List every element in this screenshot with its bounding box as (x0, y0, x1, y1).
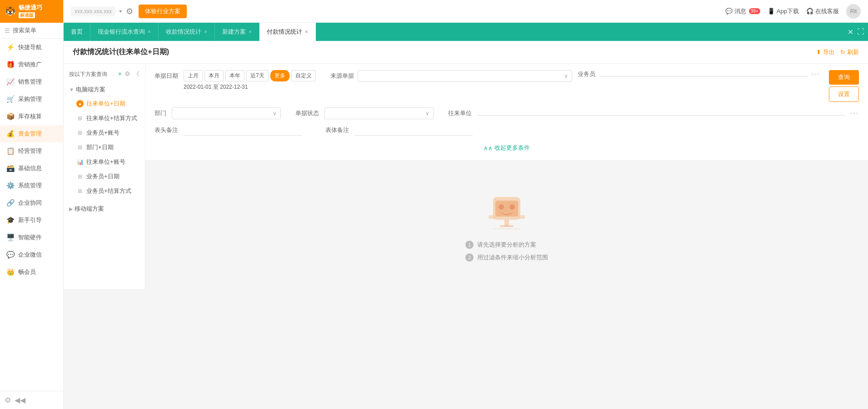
user-avatar[interactable]: Rit (846, 4, 861, 19)
receipt-tab[interactable]: 收款情况统计 × (159, 23, 215, 41)
home-tab[interactable]: 首页 (64, 23, 90, 41)
partner-filter-label: 往来单位 (448, 109, 472, 117)
sidebar-item-marketing[interactable]: 🎁 营销推广 (0, 56, 63, 73)
maximize-icon[interactable]: ⛶ (857, 28, 864, 36)
tip-text-2: 用过滤条件来缩小分析范围 (477, 253, 548, 262)
home-tab-label: 首页 (71, 28, 83, 36)
query-button[interactable]: 查询 (829, 70, 859, 85)
source-filter-label: 来源单据 (330, 72, 354, 80)
dept-select[interactable]: ∨ (172, 107, 281, 119)
source-select[interactable]: ∨ (358, 70, 573, 82)
scheme-item-salesperson-settlement[interactable]: ⊞ 业务员+结算方式 (64, 184, 145, 198)
header-note-input[interactable] (184, 125, 302, 135)
svg-point-2 (499, 204, 504, 210)
member-label: 畅会员 (18, 268, 36, 276)
page-content: 付款情况统计(往来单位+日期) ⬆ 导出 ↻ 刷新 按以下方案查询 + (64, 41, 868, 409)
partner-input-area (477, 111, 845, 116)
wechat-label: 企业微信 (18, 251, 42, 259)
scheme-panel-title: 按以下方案查询 (69, 71, 107, 78)
scheme-item-dept-date[interactable]: ⊞ 部门+日期 (64, 140, 145, 155)
voucher-status-select[interactable]: ∨ (324, 107, 434, 119)
new-plan-tab-close[interactable]: × (249, 29, 252, 35)
salesperson-input-area[interactable] (599, 72, 807, 76)
sidebar-item-business[interactable]: 📋 经营管理 (0, 142, 63, 160)
sidebar-item-guide[interactable]: 🎓 新手引导 (0, 212, 63, 229)
system-icon: ⚙️ (6, 182, 15, 190)
filter-settings-button[interactable]: 设置 (829, 86, 859, 102)
app-download-button[interactable]: 📱 App下载 (768, 7, 799, 15)
date-range-display: 2022-01-01 至 2022-12-31 (184, 83, 316, 91)
refresh-button[interactable]: ↻ 刷新 (840, 48, 859, 56)
date-buttons: 上月 本月 本年 近7天 更多 自定义 (184, 70, 316, 81)
scheme-group-mobile: ▶ 移动端方案 (64, 200, 145, 217)
notifications-button[interactable]: 💬 消息 99+ (725, 7, 760, 15)
cash-bank-tab-close[interactable]: × (148, 29, 151, 35)
payment-stats-tab-close[interactable]: × (305, 29, 308, 35)
body-note-input-area (354, 125, 473, 136)
date-btn-custom[interactable]: 自定义 (291, 70, 316, 81)
system-label: 系统管理 (18, 182, 42, 190)
inventory-label: 库存核算 (18, 112, 42, 121)
sidebar-item-system[interactable]: ⚙️ 系统管理 (0, 177, 63, 194)
date-btn-last-month[interactable]: 上月 (184, 70, 203, 81)
partner-dots-btn[interactable]: ··· (850, 109, 859, 117)
sidebar: 🐯 畅捷通巧 标准版 ☰ 搜索菜单 ⚡ 快捷导航 🎁 营销推广 📈 销售管理 🛒… (0, 0, 64, 409)
sidebar-item-quick-nav[interactable]: ⚡ 快捷导航 (0, 39, 63, 56)
sidebar-item-finance[interactable]: 💰 资金管理 (0, 125, 63, 142)
inventory-icon: 📦 (6, 112, 15, 121)
date-btn-this-year[interactable]: 本年 (225, 70, 244, 81)
receipt-tab-label: 收款情况统计 (166, 28, 201, 36)
scheme-collapse-icon[interactable]: 《 (133, 70, 140, 78)
collapse-sidebar-icon[interactable]: ◀◀ (15, 396, 25, 404)
date-btn-7days[interactable]: 近7天 (246, 70, 269, 81)
sales-label: 销售管理 (18, 78, 42, 86)
add-scheme-icon[interactable]: + (118, 70, 122, 78)
enterprise-icon: 🔗 (6, 199, 15, 207)
scheme-item-salesperson-account-label: 业务员+账号 (86, 129, 120, 137)
payment-stats-tab-label: 付款情况统计 (267, 28, 302, 36)
scheme-item-partner-account[interactable]: 📊 往来单位+账号 (64, 155, 145, 169)
scheme-item-partner-date[interactable]: ● 往来单位+日期 (64, 96, 145, 111)
salesperson-dots-btn[interactable]: ··· (811, 70, 820, 78)
date-btn-this-month[interactable]: 本月 (205, 70, 224, 81)
sidebar-item-sales[interactable]: 📈 销售管理 (0, 73, 63, 91)
payment-stats-tab[interactable]: 付款情况统计 × (259, 23, 316, 41)
hardware-icon: 🖥️ (6, 233, 15, 242)
tip-text-1: 请先选择要分析的方案 (477, 241, 536, 249)
receipt-tab-close[interactable]: × (204, 29, 207, 35)
collapse-conditions-button[interactable]: ∧∧ 收起更多条件 (155, 139, 859, 157)
sidebar-search-area[interactable]: ☰ 搜索菜单 (0, 23, 63, 39)
scheme-item-partner-settlement[interactable]: ⊞ 往来单位+结算方式 (64, 111, 145, 126)
sidebar-item-basic-info[interactable]: 🗃️ 基础信息 (0, 160, 63, 177)
settings-bottom-icon[interactable]: ⚙ (5, 396, 11, 404)
close-all-tabs-icon[interactable]: ✕ (848, 28, 853, 36)
basic-info-icon: 🗃️ (6, 164, 15, 172)
logo-text: 畅捷通巧 (19, 4, 42, 11)
topbar-dropdown-icon[interactable]: ▾ (119, 8, 122, 15)
scheme-item-salesperson-account[interactable]: ⊞ 业务员+账号 (64, 126, 145, 140)
body-note-input[interactable] (354, 125, 473, 135)
sidebar-item-purchase[interactable]: 🛒 采购管理 (0, 91, 63, 108)
mobile-group-label: 移动端方案 (75, 205, 104, 213)
scheme-settings-icon[interactable]: ⚙ (125, 70, 130, 78)
new-plan-tab[interactable]: 新建方案 × (215, 23, 259, 41)
sidebar-item-enterprise[interactable]: 🔗 企业协同 (0, 194, 63, 212)
industry-plan-button[interactable]: 体验行业方案 (139, 5, 187, 18)
sidebar-item-inventory[interactable]: 📦 库存核算 (0, 108, 63, 125)
online-service-button[interactable]: 🎧 在线客服 (806, 7, 839, 15)
sidebar-item-member[interactable]: 👑 畅会员 (0, 263, 63, 281)
export-button[interactable]: ⬆ 导出 (816, 48, 835, 56)
date-filter-label: 单据日期 (155, 70, 178, 80)
scheme-item-table-icon-1: ⊞ (76, 115, 84, 122)
scheme-item-salesperson-date[interactable]: ⊞ 业务员+日期 (64, 169, 145, 184)
sidebar-item-hardware[interactable]: 🖥️ 智能硬件 (0, 229, 63, 246)
date-filter-controls: 上月 本月 本年 近7天 更多 自定义 2022-01-01 至 2022-12… (184, 70, 316, 91)
cash-bank-tab[interactable]: 现金银行流水查询 × (90, 23, 159, 41)
scheme-group-desktop-header[interactable]: ▼ 电脑端方案 (64, 83, 145, 96)
topbar-settings-icon[interactable]: ⚙ (126, 6, 133, 16)
body-area: 按以下方案查询 + ⚙ 《 ▼ 电脑端方案 ● 往来单位+日期 (64, 64, 868, 289)
sidebar-item-wechat[interactable]: 💬 企业微信 (0, 246, 63, 263)
scheme-item-dept-date-label: 部门+日期 (86, 143, 114, 151)
scheme-group-mobile-header[interactable]: ▶ 移动端方案 (64, 202, 145, 216)
date-btn-more[interactable]: 更多 (270, 70, 289, 81)
